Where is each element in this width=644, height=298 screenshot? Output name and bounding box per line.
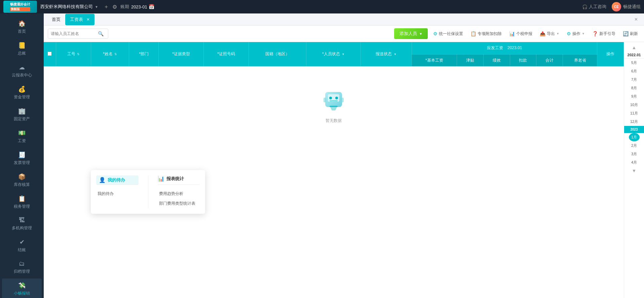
th-submit-status: 报送状态 ▼	[361, 42, 412, 66]
month-11[interactable]: 11月	[624, 109, 644, 118]
operation-btn[interactable]: ⚙ 操作 ▼	[565, 31, 587, 37]
th-total: 合计	[536, 54, 563, 66]
user-info[interactable]: CE 畅捷通组	[612, 2, 641, 11]
sidebar-item-ledger[interactable]: 📒 总账	[2, 38, 42, 60]
dropdown-divider	[148, 175, 148, 208]
th-pension: 养老省	[563, 54, 597, 66]
month-5[interactable]: 5月	[624, 59, 644, 67]
empty-text: 暂无数据	[326, 118, 342, 124]
calendar-icon[interactable]: 📅	[149, 4, 154, 9]
guide-toolbar-icon: ❓	[592, 31, 598, 36]
user-name: 畅捷通组	[623, 4, 641, 10]
sidebar-item-archive[interactable]: 🗂 归档管理	[2, 257, 42, 278]
org-icon: 🏗	[19, 217, 25, 224]
dropdown-todo-title: 👤 我的待办	[96, 175, 139, 185]
month-7[interactable]: 7月	[624, 75, 644, 84]
tab-bar: 首页 工资表 ✕ ✕	[44, 13, 644, 26]
building-icon: 🏢	[18, 107, 26, 115]
customer-service-btn[interactable]: 🎧 人工咨询	[582, 4, 606, 10]
headset-icon: 🎧	[582, 4, 588, 9]
month-3-curr[interactable]: 3月	[624, 150, 644, 158]
payroll-icon: 💵	[18, 129, 26, 137]
empty-illustration	[317, 87, 350, 114]
submit-filter-icon[interactable]: ▼	[393, 53, 396, 56]
income-tax-btn[interactable]: 📊 个税申报	[507, 31, 534, 37]
social-insurance-btn[interactable]: ⚙ 统一社保设置	[431, 31, 465, 37]
sidebar-item-payroll[interactable]: 💵 工资	[2, 126, 42, 147]
tab-home[interactable]: 首页	[47, 14, 65, 25]
sidebar-item-tax[interactable]: 📋 税务管理	[2, 192, 42, 213]
sort-icon[interactable]: ⇅	[77, 53, 80, 56]
right-panel: ▲ 2022.01 5月 6月 7月 8月 9月 10月 11月 12月 202…	[624, 42, 644, 298]
select-all-checkbox[interactable]	[47, 52, 52, 56]
home-icon: 🏠	[18, 20, 26, 27]
svg-marker-8	[330, 107, 337, 110]
user-avatar: CE	[612, 2, 621, 11]
th-status: *人员状态 ▼	[306, 42, 361, 66]
chevron-down-icon: ▼	[95, 5, 98, 9]
expense-icon: 💸	[18, 282, 26, 289]
dropdown-item-dept-cost[interactable]: 部门费用类型统计表	[158, 199, 200, 208]
month-12[interactable]: 12月	[624, 118, 644, 126]
sidebar-item-closing[interactable]: ✔ 结账	[2, 235, 42, 256]
sidebar-item-cloud-report[interactable]: ☁ 云报表中心	[2, 60, 42, 81]
add-company-icon[interactable]: ＋	[104, 3, 109, 10]
closing-icon: ✔	[20, 238, 25, 246]
sidebar-item-xiao-chang[interactable]: 💸 小畅报销	[2, 278, 42, 298]
month-4-curr[interactable]: 4月	[624, 158, 644, 167]
month-8[interactable]: 8月	[624, 84, 644, 92]
new-guide-btn[interactable]: ❓ 新手引导	[590, 31, 617, 37]
search-input[interactable]	[51, 31, 98, 36]
dropdown-col-todo: 👤 我的待办 我的待办	[96, 175, 139, 208]
export-icon: 📤	[540, 31, 545, 36]
month-10[interactable]: 10月	[624, 101, 644, 109]
sidebar-item-fixed-assets[interactable]: 🏢 固定资产	[2, 104, 42, 125]
company-selector[interactable]: 西安虾米网络科技有限公司 ▼ ＋ ⚙ 账期 2023-01 📅	[40, 3, 582, 10]
dropdown-popup: 👤 我的待办 我的待办 📊 报表统计	[91, 170, 205, 214]
add-person-button[interactable]: 添加人员 ▼	[394, 28, 428, 39]
th-wage-group: 应发工资 2023.01	[412, 42, 597, 54]
tax-deduct-btn[interactable]: 📋 专项附加扣除	[468, 31, 504, 37]
dropdown-item-cost-trend[interactable]: 费用趋势分析	[158, 189, 200, 199]
year-2023-badge: 2023	[624, 126, 644, 133]
sidebar-item-home[interactable]: 🏠 首页	[2, 16, 42, 38]
calendar-up-arrow[interactable]: ▲	[631, 43, 638, 52]
main-layout: 🏠 首页 📒 总账 ☁ 云报表中心 💰 资金管理 🏢 固定资产 💵 工资 🧾 发…	[0, 13, 644, 298]
sidebar-item-inventory[interactable]: 📦 库存核算	[2, 170, 42, 191]
th-deduction: 扣款	[510, 54, 536, 66]
th-employee-id: 工号 ⇅	[56, 42, 91, 66]
svg-point-3	[335, 97, 338, 99]
th-performance: 绩效	[483, 54, 510, 66]
sidebar: 🏠 首页 📒 总账 ☁ 云报表中心 💰 资金管理 🏢 固定资产 💵 工资 🧾 发…	[0, 13, 44, 298]
th-dept: *部门	[129, 42, 159, 66]
sidebar-item-invoice[interactable]: 🧾 发票管理	[2, 148, 42, 169]
status-filter-icon[interactable]: ▼	[342, 53, 345, 56]
data-table: 工号 ⇅ *姓名 ⇅ *部门 *证据类型	[44, 42, 624, 144]
svg-rect-6	[324, 98, 326, 102]
month-6[interactable]: 6月	[624, 67, 644, 75]
close-tab-btn[interactable]: ✕	[632, 15, 641, 23]
calendar-down-arrow[interactable]: ▼	[631, 167, 638, 175]
tab-payroll[interactable]: 工资表 ✕	[65, 14, 94, 25]
dropdown-item-my-todo[interactable]: 我的待办	[96, 189, 139, 199]
name-sort-icon[interactable]: ⇅	[114, 53, 117, 56]
top-right: 🎧 人工咨询 CE 畅捷通组	[582, 2, 641, 11]
operation-icon: ⚙	[567, 31, 571, 36]
search-box: 🔍	[48, 29, 108, 39]
export-btn[interactable]: 📤 导出 ▼	[538, 31, 561, 37]
archive-icon: 🗂	[19, 260, 25, 267]
sidebar-item-fund[interactable]: 💰 资金管理	[2, 82, 42, 103]
settings-icon[interactable]: ⚙	[112, 4, 117, 10]
search-icon[interactable]: 🔍	[98, 31, 104, 36]
month-9[interactable]: 9月	[624, 92, 644, 101]
sidebar-item-multi-org[interactable]: 🏗 多机构管理	[2, 213, 42, 234]
dropdown-col-report: 📊 报表统计 费用趋势分析 部门费用类型统计表	[158, 175, 200, 208]
month-1-curr[interactable]: 1月	[629, 133, 640, 141]
fund-icon: 💰	[18, 86, 26, 93]
refresh-btn[interactable]: 🔄 刷新	[621, 31, 640, 37]
tab-close-icon[interactable]: ✕	[86, 17, 90, 22]
month-2-curr[interactable]: 2月	[624, 141, 644, 150]
th-id-type: *证据类型	[159, 42, 204, 66]
select-all-th[interactable]	[44, 42, 56, 66]
calendar-year-header: 2022.01	[624, 52, 644, 59]
